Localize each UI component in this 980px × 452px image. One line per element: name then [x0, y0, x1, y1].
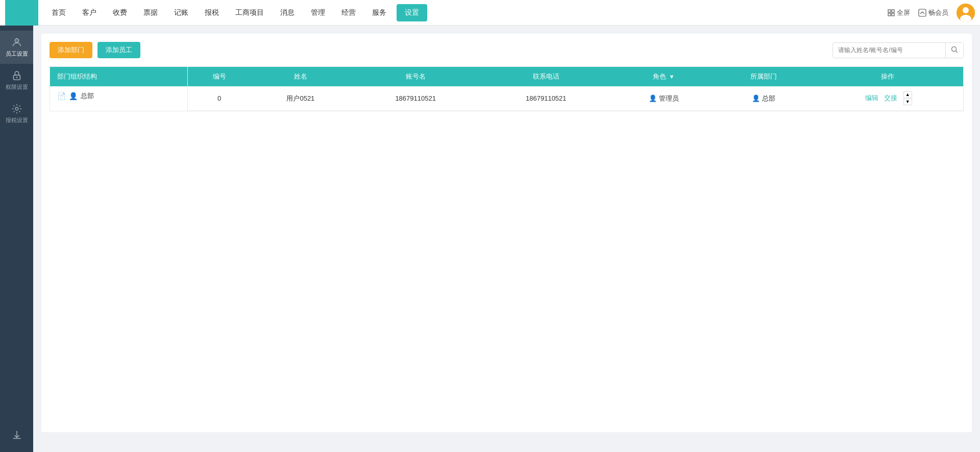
- page-container: 添加部门 添加员工 部门组织结构 📄 👤 总部: [41, 34, 972, 432]
- col-action: 操作: [812, 67, 963, 86]
- col-name: 姓名: [251, 67, 350, 86]
- cell-phone: 18679110521: [481, 86, 611, 111]
- table-header-row: 编号 姓名 账号名 联系电话 角色 ▼ 所属部门 操作: [188, 67, 963, 86]
- emp-table: 编号 姓名 账号名 联系电话 角色 ▼ 所属部门 操作: [188, 67, 963, 111]
- svg-rect-4: [892, 13, 894, 16]
- dept-user-icon: 👤: [752, 94, 760, 102]
- col-phone: 联系电话: [481, 67, 611, 86]
- svg-point-13: [15, 107, 18, 110]
- nav-service[interactable]: 服务: [364, 0, 395, 26]
- member-button[interactable]: 畅会员: [918, 8, 948, 17]
- nav-operation[interactable]: 经营: [333, 0, 364, 26]
- nav-tax[interactable]: 报税: [197, 0, 227, 26]
- search-icon: [951, 46, 958, 53]
- svg-point-14: [952, 46, 957, 51]
- tree-item-root[interactable]: 📄 👤 总部: [50, 86, 187, 106]
- cell-role: 👤 管理员: [611, 86, 716, 111]
- nav-manage[interactable]: 管理: [303, 0, 333, 26]
- toolbar: 添加部门 添加员工: [50, 42, 964, 58]
- nav-bill[interactable]: 票据: [135, 0, 166, 26]
- scroll-up-btn[interactable]: ▲: [903, 91, 912, 98]
- cell-name: 用户0521: [251, 86, 350, 111]
- dept-tree: 部门组织结构 📄 👤 总部: [50, 67, 188, 111]
- cell-dept: 👤 总部: [716, 86, 812, 111]
- main-content: 添加部门 添加员工 部门组织结构 📄 👤 总部: [33, 26, 980, 452]
- sidebar-download[interactable]: [0, 423, 33, 447]
- sidebar-employee-label: 员工设置: [6, 50, 28, 58]
- scroll-arrows: ▲ ▼: [903, 91, 912, 105]
- dept-label: 总部: [81, 91, 94, 101]
- table-row: 0 用户0521 18679110521 18679110521 👤 管理员 👤…: [188, 86, 963, 111]
- avatar[interactable]: [957, 4, 975, 22]
- permission-icon: [11, 70, 22, 81]
- svg-rect-10: [15, 39, 18, 42]
- add-dept-button[interactable]: 添加部门: [50, 42, 92, 58]
- role-col-label: 角色: [653, 73, 666, 80]
- member-icon: [918, 9, 926, 17]
- filter-icon: ▼: [669, 74, 674, 80]
- user-icon: 👤: [69, 92, 78, 100]
- add-emp-button[interactable]: 添加员工: [97, 42, 140, 58]
- nav-right: 全屏 畅会员: [888, 4, 975, 22]
- edit-link[interactable]: 编辑: [865, 94, 878, 102]
- fullscreen-label: 全屏: [897, 8, 910, 17]
- sidebar-item-tax-settings[interactable]: 报税设置: [0, 97, 33, 130]
- sidebar-tax-label: 报税设置: [6, 116, 28, 124]
- nav-fee[interactable]: 收费: [105, 0, 135, 26]
- cell-actions: 编辑 交接 ▲ ▼: [812, 86, 963, 111]
- sidebar-bottom: [0, 423, 33, 452]
- nav-settings[interactable]: 设置: [397, 4, 427, 21]
- employee-icon: [11, 37, 22, 48]
- svg-text:ThEI: ThEI: [16, 11, 28, 16]
- logo: ThEI: [5, 0, 38, 26]
- svg-rect-1: [888, 10, 891, 12]
- top-nav: ThEI 首页 客户 收费 票据 记账 报税 工商项目 消息 管理 经营 服务 …: [0, 0, 980, 26]
- nav-home[interactable]: 首页: [43, 0, 74, 26]
- nav-bookkeeping[interactable]: 记账: [166, 0, 197, 26]
- member-label: 畅会员: [928, 8, 948, 17]
- nav-message[interactable]: 消息: [272, 0, 303, 26]
- content-layout: 部门组织结构 📄 👤 总部 编号 姓名 账号名 联系电话: [50, 66, 964, 111]
- sidebar-item-permission[interactable]: 权限设置: [0, 64, 33, 97]
- cell-account: 18679110521: [350, 86, 481, 111]
- role-value: 管理员: [659, 94, 679, 103]
- logo-icon: ThEI: [13, 4, 31, 22]
- tax-settings-icon: [11, 103, 22, 114]
- nav-items: 首页 客户 收费 票据 记账 报税 工商项目 消息 管理 经营 服务 设置: [43, 0, 888, 26]
- svg-rect-2: [892, 10, 894, 12]
- download-icon: [11, 430, 22, 441]
- dept-tree-header: 部门组织结构: [50, 67, 187, 86]
- role-user-icon: 👤: [649, 94, 657, 102]
- file-icon: 📄: [57, 92, 66, 100]
- nav-customer[interactable]: 客户: [74, 0, 105, 26]
- col-dept: 所属部门: [716, 67, 812, 86]
- search-box: [832, 42, 964, 58]
- transfer-link[interactable]: 交接: [884, 94, 897, 102]
- col-account: 账号名: [350, 67, 481, 86]
- avatar-icon: [957, 4, 975, 22]
- search-input[interactable]: [833, 43, 945, 57]
- fullscreen-icon: [888, 9, 895, 16]
- fullscreen-button[interactable]: 全屏: [888, 8, 910, 17]
- nav-business[interactable]: 工商项目: [227, 0, 272, 26]
- scroll-down-btn[interactable]: ▼: [903, 99, 912, 105]
- svg-point-12: [16, 77, 17, 78]
- cell-id: 0: [188, 86, 251, 111]
- employee-table: 编号 姓名 账号名 联系电话 角色 ▼ 所属部门 操作: [188, 67, 963, 111]
- dept-value: 总部: [762, 94, 775, 103]
- col-id: 编号: [188, 67, 251, 86]
- sidebar-permission-label: 权限设置: [6, 83, 28, 91]
- sidebar: 员工设置 权限设置 报税设置: [0, 26, 33, 452]
- col-role[interactable]: 角色 ▼: [611, 67, 716, 86]
- svg-rect-5: [919, 9, 926, 16]
- svg-point-7: [963, 7, 969, 13]
- search-button[interactable]: [945, 43, 963, 58]
- svg-line-15: [956, 51, 958, 53]
- svg-rect-3: [888, 13, 891, 16]
- sidebar-item-employee[interactable]: 员工设置: [0, 31, 33, 64]
